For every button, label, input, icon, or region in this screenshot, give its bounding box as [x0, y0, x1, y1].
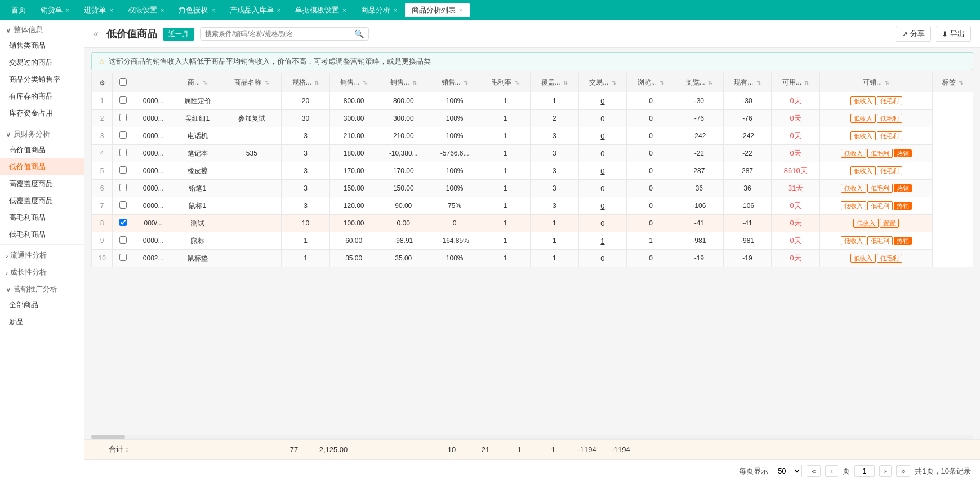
row-checkbox[interactable]	[119, 236, 127, 244]
views-link[interactable]: 0	[600, 167, 604, 175]
sidebar-item-all-goods[interactable]: 全部商品	[0, 297, 84, 313]
col-transactions[interactable]: 交易... ⇅	[578, 73, 627, 92]
per-page-select[interactable]: 50 100	[773, 465, 802, 477]
col-sales2[interactable]: 销售... ⇅	[378, 73, 429, 92]
col-tags[interactable]: 标签 ⇅	[933, 73, 973, 92]
sidebar-group-overall[interactable]: ∨ 整体信息	[0, 20, 84, 37]
sidebar-item-high-margin[interactable]: 高毛利商品	[0, 209, 84, 226]
views-link[interactable]: 0	[600, 254, 604, 263]
row-col10-cell: -981	[723, 232, 772, 250]
row-checkbox-cell[interactable]	[113, 110, 133, 127]
total-col9: -1194	[570, 445, 604, 454]
sidebar-item-stock-goods[interactable]: 有库存的商品	[0, 88, 84, 105]
row-checkbox-cell[interactable]	[113, 180, 133, 197]
views-link[interactable]: 0	[600, 97, 604, 105]
nav-purchase[interactable]: 进货单 ×	[77, 3, 119, 17]
views-link[interactable]: 0	[600, 132, 604, 140]
row-checkbox[interactable]	[119, 166, 127, 174]
row-checkbox[interactable]	[119, 131, 127, 139]
col-margin[interactable]: 毛利率 ⇅	[480, 73, 531, 92]
row-checkbox[interactable]	[119, 149, 127, 156]
sidebar-item-category-sales[interactable]: 商品分类销售率	[0, 71, 84, 88]
row-checkbox-cell[interactable]	[113, 92, 133, 110]
sidebar-group-liquidity[interactable]: › 流通性分析	[0, 246, 84, 263]
row-checkbox[interactable]	[119, 114, 127, 121]
views-link[interactable]: 0	[600, 202, 604, 210]
nav-home[interactable]: 首页	[5, 3, 33, 17]
close-icon[interactable]: ×	[277, 7, 280, 14]
row-checkbox[interactable]	[119, 96, 127, 104]
nav-sales[interactable]: 销货单 ×	[34, 3, 76, 17]
row-checkbox[interactable]	[119, 254, 127, 261]
row-checkbox[interactable]	[119, 219, 127, 226]
next-page-button[interactable]: ›	[879, 465, 892, 477]
nav-permissions[interactable]: 权限设置 ×	[121, 3, 171, 17]
col-code[interactable]: 商... ⇅	[173, 73, 222, 92]
nav-roles[interactable]: 角色授权 ×	[172, 3, 221, 17]
views-link[interactable]: 1	[600, 237, 604, 245]
sidebar-item-low-margin[interactable]: 低毛利商品	[0, 226, 84, 243]
nav-template[interactable]: 单据模板设置 ×	[288, 3, 353, 17]
views-link[interactable]: 0	[600, 219, 604, 228]
export-button[interactable]: ⬇ 导出	[936, 26, 971, 42]
sidebar-item-low-value[interactable]: 低价值商品	[0, 158, 84, 175]
col-sales1[interactable]: 销售... ⇅	[329, 73, 378, 92]
sidebar-item-high-value[interactable]: 高价值商品	[0, 141, 84, 158]
row-name-cell: 笔记本	[173, 145, 222, 162]
nav-product-analysis-list[interactable]: 商品分析列表 ×	[405, 3, 469, 17]
close-icon[interactable]: ×	[109, 7, 113, 14]
last-page-button[interactable]: »	[896, 465, 910, 477]
col-spec[interactable]: 规格... ⇅	[282, 73, 330, 92]
row-checkbox-cell[interactable]	[113, 197, 133, 215]
sidebar-group-growth[interactable]: › 成长性分析	[0, 263, 84, 280]
scrollbar-thumb[interactable]	[91, 435, 125, 439]
sidebar-item-sales-goods[interactable]: 销售类商品	[0, 37, 84, 54]
search-icon[interactable]: 🔍	[354, 29, 364, 38]
close-icon[interactable]: ×	[394, 7, 397, 14]
views-link[interactable]: 0	[600, 114, 604, 123]
sidebar-item-low-coverage[interactable]: 低覆盖度商品	[0, 192, 84, 209]
sidebar-group-finance[interactable]: ∨ 员财务分析	[0, 125, 84, 141]
first-page-button[interactable]: «	[807, 465, 821, 477]
col-sales3[interactable]: 销售... ⇅	[429, 73, 480, 92]
nav-product-analysis[interactable]: 商品分析 ×	[354, 3, 404, 17]
col-views2[interactable]: 浏览... ⇅	[675, 73, 723, 92]
row-checkbox[interactable]	[119, 184, 127, 191]
col-coverage[interactable]: 覆盖... ⇅	[530, 73, 578, 92]
horizontal-scrollbar[interactable]	[91, 435, 973, 439]
select-all-checkbox[interactable]	[119, 78, 127, 86]
close-icon[interactable]: ×	[342, 7, 346, 14]
close-icon[interactable]: ×	[211, 7, 215, 14]
row-checkbox-cell[interactable]	[113, 162, 133, 180]
row-checkbox-cell[interactable]	[113, 127, 133, 145]
row-checkbox[interactable]	[119, 201, 127, 209]
views-link[interactable]: 0	[600, 149, 604, 158]
row-col9-cell: -22	[675, 145, 723, 162]
page-number-input[interactable]	[854, 465, 875, 477]
row-checkbox-cell[interactable]	[113, 250, 133, 267]
share-button[interactable]: ↗ 分享	[896, 26, 931, 42]
col-sellable-stock[interactable]: 可销... ⇅	[820, 73, 933, 92]
close-icon[interactable]: ×	[459, 7, 462, 14]
views-link[interactable]: 0	[600, 184, 604, 193]
prev-page-button[interactable]: ‹	[825, 465, 838, 477]
sidebar-group-marketing[interactable]: ∨ 营销推广分析	[0, 280, 84, 297]
time-filter-button[interactable]: 近一月	[163, 28, 194, 41]
col-current-stock[interactable]: 现有... ⇅	[723, 73, 772, 92]
row-checkbox-cell[interactable]	[113, 232, 133, 250]
col-settings[interactable]: ⚙	[92, 73, 113, 92]
search-input[interactable]	[205, 30, 354, 38]
close-icon[interactable]: ×	[161, 7, 164, 14]
row-checkbox-cell[interactable]	[113, 215, 133, 232]
sidebar-item-high-coverage[interactable]: 高覆盖度商品	[0, 175, 84, 192]
sidebar-item-stock-capital[interactable]: 库存资金占用	[0, 105, 84, 122]
col-views1[interactable]: 浏览... ⇅	[627, 73, 675, 92]
row-checkbox-cell[interactable]	[113, 145, 133, 162]
col-available-stock[interactable]: 可用... ⇅	[772, 73, 820, 92]
close-icon[interactable]: ×	[66, 7, 69, 14]
nav-product-in[interactable]: 产成品入库单 ×	[223, 3, 287, 17]
sidebar-item-traded-goods[interactable]: 交易过的商品	[0, 54, 84, 71]
col-name[interactable]: 商品名称 ⇅	[222, 73, 282, 92]
sidebar-item-new-goods[interactable]: 新品	[0, 313, 84, 330]
sidebar-collapse-button[interactable]: «	[93, 29, 99, 39]
